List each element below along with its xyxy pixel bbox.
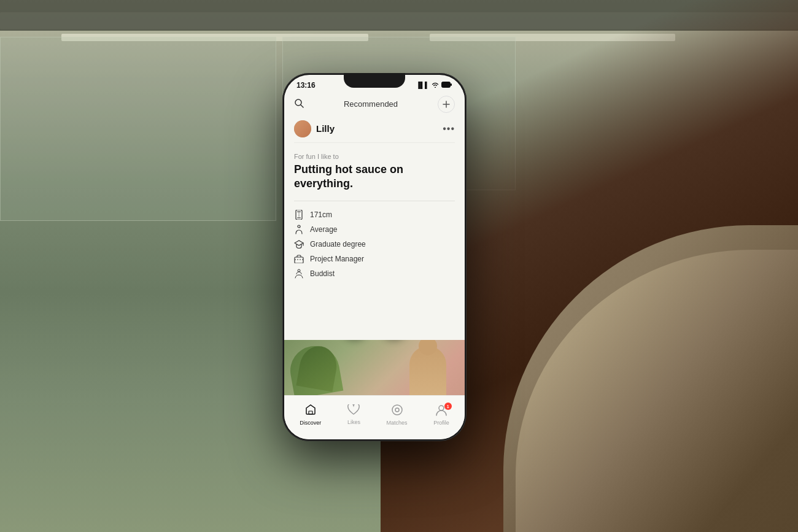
wifi-icon xyxy=(432,82,439,89)
phone-screen: 13:16 ▐▌▌ xyxy=(284,75,465,439)
svg-rect-11 xyxy=(295,257,303,263)
list-item: 171cm xyxy=(294,210,455,220)
religion-value: Buddist xyxy=(310,269,335,278)
height-icon xyxy=(294,210,304,220)
photo-strip xyxy=(284,340,465,395)
profile-row: Lilly ••• xyxy=(284,118,465,142)
nav-discover-label: Discover xyxy=(300,420,321,426)
list-item: Buddist xyxy=(294,269,455,279)
list-item: Graduate degree xyxy=(294,239,455,249)
nav-likes-label: Likes xyxy=(347,419,360,425)
svg-line-3 xyxy=(301,105,303,107)
profile-badge: 1 xyxy=(444,403,452,410)
job-icon xyxy=(294,254,304,264)
more-options-button[interactable]: ••• xyxy=(443,123,455,134)
battery-icon xyxy=(441,82,452,89)
build-icon xyxy=(294,225,304,234)
svg-point-17 xyxy=(395,408,399,412)
signal-icon: ▐▌▌ xyxy=(416,82,429,88)
nav-matches-label: Matches xyxy=(387,420,408,426)
phone-notch xyxy=(344,73,405,88)
avatar-image xyxy=(294,120,311,137)
nav-discover[interactable]: Discover xyxy=(300,404,321,426)
nav-profile-label: Profile xyxy=(433,420,449,426)
content-divider xyxy=(294,201,455,201)
discover-icon xyxy=(304,404,317,418)
avatar xyxy=(294,120,311,137)
fun-label: For fun I like to xyxy=(294,153,455,160)
likes-icon xyxy=(347,404,360,417)
status-time: 13:16 xyxy=(296,81,316,90)
svg-rect-6 xyxy=(296,210,302,220)
svg-rect-1 xyxy=(451,83,452,86)
app-header: Recommended xyxy=(284,92,465,118)
bottom-nav: Discover Likes xyxy=(284,395,465,439)
height-value: 171cm xyxy=(310,210,332,219)
religion-icon xyxy=(294,269,304,279)
page-title: Recommended xyxy=(304,99,438,109)
fun-text: Putting hot sauce on everything. xyxy=(294,163,455,191)
svg-point-16 xyxy=(392,405,402,415)
profile-name: Lilly xyxy=(316,123,335,134)
nav-matches[interactable]: Matches xyxy=(387,404,408,426)
nav-profile[interactable]: 1 Profile xyxy=(433,404,449,426)
add-button[interactable] xyxy=(438,96,455,113)
phone-device: 13:16 ▐▌▌ xyxy=(282,73,467,441)
nav-likes[interactable]: Likes xyxy=(347,404,360,425)
phone-mockup: 13:16 ▐▌▌ xyxy=(282,73,467,441)
svg-point-18 xyxy=(439,406,444,411)
detail-list: 171cm Average xyxy=(294,210,455,279)
profile-info[interactable]: Lilly xyxy=(294,120,335,137)
matches-icon xyxy=(391,404,403,418)
list-item: Average xyxy=(294,225,455,234)
education-value: Graduate degree xyxy=(310,240,366,249)
job-value: Project Manager xyxy=(310,255,364,263)
list-item: Project Manager xyxy=(294,254,455,264)
svg-rect-0 xyxy=(442,82,451,87)
build-value: Average xyxy=(310,225,337,234)
status-icons: ▐▌▌ xyxy=(416,82,452,89)
profile-content: For fun I like to Putting hot sauce on e… xyxy=(284,143,465,340)
education-icon xyxy=(294,239,304,249)
photo-content xyxy=(284,340,465,395)
search-button[interactable] xyxy=(294,98,304,110)
